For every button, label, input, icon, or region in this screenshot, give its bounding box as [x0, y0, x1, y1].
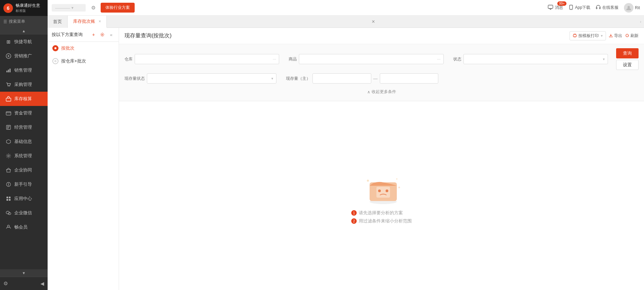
sidebar-item-operations[interactable]: 经营管理 [0, 120, 48, 134]
svg-rect-10 [7, 169, 10, 172]
filter-area: 仓库 ··· 商品 ··· 状态 [119, 44, 644, 101]
stock-status-chevron-icon: ▾ [271, 76, 273, 81]
tab-panel-close-btn[interactable]: × [367, 19, 379, 25]
scheme-item-batch[interactable]: 按批次 [48, 42, 119, 55]
tab-inventory-batch[interactable]: 库存批次账 × [68, 16, 107, 28]
sidebar-item-marketing[interactable]: 营销推广 [0, 49, 48, 63]
settings-btn[interactable]: 设置 [616, 60, 639, 70]
print-label: 按模板打印 [578, 33, 599, 39]
sidebar-item-inventory[interactable]: 库存核算 [0, 92, 48, 106]
basic-label: 基础信息 [14, 139, 32, 145]
svg-rect-28 [573, 35, 576, 37]
collapse-filter-btn[interactable]: ∧ 收起更多条件 [124, 87, 639, 97]
stock-quantity-to[interactable] [380, 73, 438, 84]
tab-home[interactable]: 首页 [48, 16, 68, 28]
add-scheme-icon[interactable]: + [90, 31, 97, 38]
app-logo: 6 [3, 3, 13, 13]
scheme-item-warehouse-batch[interactable]: 按仓库+批次 [48, 55, 119, 68]
system-label: 系统管理 [14, 153, 32, 159]
sidebar-item-enterprise[interactable]: 企业协同 [0, 163, 48, 177]
breadcrumb[interactable]: ———— ▾ [52, 4, 86, 12]
warehouse-more-icon[interactable]: ··· [273, 57, 276, 61]
goods-filter: 商品 ··· [289, 54, 443, 64]
search-menu[interactable]: ☰ 搜索菜单 [0, 16, 48, 27]
sidebar: 6 畅康通好生意 标准版 ☰ 搜索菜单 ▲ ⊞ 快捷导航 营销推广 销售管理 [0, 0, 48, 290]
empty-text-block: 1 请先选择要分析的方案 2 用过滤条件来缩小分析范围 [351, 210, 412, 224]
app-download-btn[interactable]: App下载 [569, 5, 590, 11]
status-select[interactable]: ▾ [463, 54, 608, 64]
avatar [624, 3, 633, 13]
online-service-btn[interactable]: 在线客服 [596, 5, 618, 11]
refresh-icon [625, 33, 629, 39]
svg-rect-3 [10, 69, 11, 72]
scheme-dot-outline [52, 58, 58, 64]
svg-point-34 [367, 180, 369, 182]
settings-scheme-icon[interactable] [99, 31, 106, 38]
message-icon [547, 4, 554, 11]
tab-inventory-batch-label: 库存批次账 [73, 18, 95, 24]
stock-quantity-label: 现存量（主） [286, 76, 310, 81]
hint-num-2: 2 [351, 218, 357, 224]
sidebar-item-basic[interactable]: 基础信息 [0, 134, 48, 149]
sidebar-item-newbie[interactable]: 新手引导 [0, 177, 48, 192]
username: Rit [635, 5, 640, 10]
footer-settings-icon[interactable]: ⚙ [3, 280, 8, 287]
breadcrumb-chevron: ▾ [71, 5, 73, 10]
online-service-label: 在线客服 [602, 5, 618, 11]
inventory-label: 库存核算 [14, 96, 32, 102]
sidebar-item-quick-nav[interactable]: ⊞ 快捷导航 [0, 35, 48, 49]
svg-rect-15 [9, 199, 11, 201]
status-chevron-icon: ▾ [603, 57, 605, 61]
print-btn[interactable]: 按模板打印 ▾ [570, 31, 606, 40]
sidebar-item-appstore[interactable]: 应用中心 [0, 192, 48, 206]
goods-more-icon[interactable]: ··· [437, 57, 441, 61]
enterprise-label: 企业协同 [14, 167, 32, 173]
print-dropdown-icon[interactable]: ▾ [601, 34, 603, 38]
industry-btn[interactable]: 体验行业方案 [101, 3, 135, 13]
svg-point-27 [55, 60, 56, 62]
basic-icon [5, 139, 12, 145]
svg-rect-6 [6, 98, 11, 101]
topbar-left: ———— ▾ ⚙ 体验行业方案 [52, 3, 545, 13]
export-btn[interactable]: 导出 [609, 33, 622, 39]
topbar-gear-icon[interactable]: ⚙ [88, 3, 98, 13]
sidebar-item-wechat[interactable]: 企业微信 [0, 206, 48, 220]
left-panel-actions: + « [90, 31, 115, 38]
sidebar-scroll-down[interactable]: ▼ [1, 270, 47, 276]
svg-point-35 [396, 178, 397, 180]
footer-collapse-icon[interactable]: ◀ [40, 281, 44, 286]
empty-hint-1: 1 请先选择要分析的方案 [351, 210, 412, 216]
sidebar-header: 6 畅康通好生意 标准版 [0, 0, 48, 16]
tab-close-icon[interactable]: × [99, 19, 101, 24]
svg-rect-7 [6, 112, 11, 115]
sidebar-item-finance[interactable]: 资金管理 [0, 106, 48, 120]
stock-status-select[interactable]: ▾ [147, 73, 276, 84]
sidebar-item-sales[interactable]: 销售管理 [0, 63, 48, 77]
refresh-btn[interactable]: 刷新 [625, 33, 639, 39]
filter-row-1: 仓库 ··· 商品 ··· 状态 [124, 48, 639, 70]
purchase-label: 采购管理 [14, 81, 32, 88]
warehouse-input[interactable]: ··· [135, 54, 279, 64]
goods-input[interactable]: ··· [299, 54, 443, 64]
empty-illustration [361, 167, 402, 204]
chevron-right-icon: › [640, 19, 641, 24]
sidebar-item-purchase[interactable]: 采购管理 [0, 77, 48, 92]
quick-nav-icon: ⊞ [5, 39, 12, 45]
export-icon [609, 33, 613, 39]
sidebar-item-member[interactable]: 畅会员 [0, 220, 48, 234]
user-area[interactable]: Rit [624, 3, 640, 13]
refresh-label: 刷新 [630, 33, 639, 39]
messages-btn[interactable]: 消息 99+ [547, 4, 563, 11]
stock-quantity-from[interactable] [312, 73, 371, 84]
collapse-panel-icon[interactable]: « [108, 31, 115, 38]
query-btn[interactable]: 查询 [616, 48, 639, 58]
topbar: ———— ▾ ⚙ 体验行业方案 消息 99+ App下载 [48, 0, 644, 16]
search-menu-icon: ☰ [3, 19, 7, 24]
sales-icon [5, 67, 12, 73]
app-download-label: App下载 [575, 5, 590, 11]
tab-home-label: 首页 [53, 19, 62, 25]
sidebar-item-system[interactable]: 系统管理 [0, 149, 48, 163]
sidebar-scroll-up[interactable]: ▲ [1, 28, 47, 34]
svg-rect-14 [6, 199, 8, 201]
topbar-right: 消息 99+ App下载 在线客服 Rit [547, 3, 640, 13]
